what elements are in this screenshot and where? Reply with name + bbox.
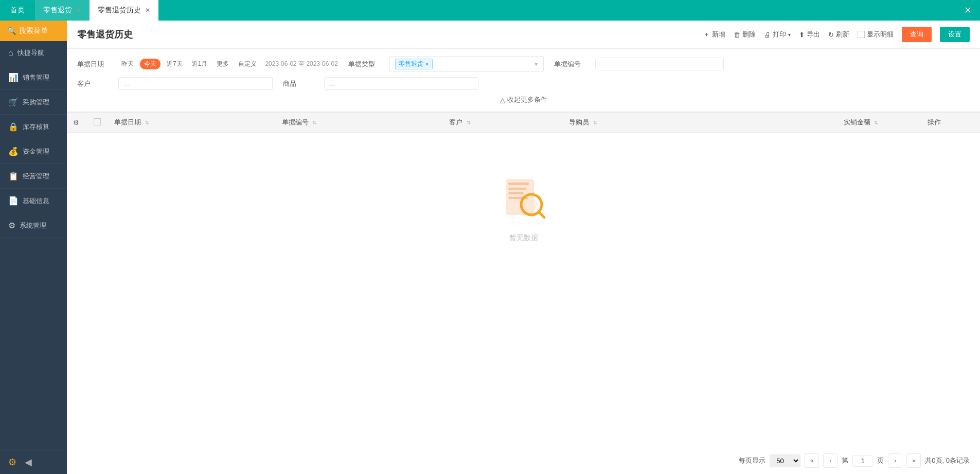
table-header-settings[interactable]: ⚙ xyxy=(67,113,87,133)
sidebar-item-basic-info[interactable]: 📄 基础信息 xyxy=(0,189,67,213)
goods-select[interactable]: ... xyxy=(324,77,478,90)
tab-retail-return-history-close[interactable]: ✕ xyxy=(145,7,150,14)
delete-icon: 🗑 xyxy=(734,31,740,39)
sidebar-item-quick-nav[interactable]: ⌂ 快捷导航 xyxy=(0,41,67,65)
table-body: 暂无数据 xyxy=(67,133,980,284)
table-header: ⚙ 单据日期 ⇅ 单据编号 ⇅ xyxy=(67,113,980,133)
add-button[interactable]: ＋ 新增 xyxy=(703,30,725,39)
date-range-display: 2023-06-02 至 2023-06-02 xyxy=(265,60,337,68)
date-btn-7days[interactable]: 近7天 xyxy=(164,59,186,69)
print-button[interactable]: 🖨 打印 ▾ xyxy=(764,30,791,39)
table-header-amount-label: 实销金额 xyxy=(844,118,870,126)
date-btn-today[interactable]: 今天 xyxy=(140,59,161,69)
table-header-guide[interactable]: 导购员 ⇅ xyxy=(563,113,706,133)
collapse-up-icon: △ xyxy=(500,96,505,104)
system-icon: ⚙ xyxy=(8,221,15,230)
content-area: 零售退货历史 ＋ 新增 🗑 删除 🖨 打印 ▾ ⬆ 导出 xyxy=(67,21,980,474)
home-tab[interactable]: 首页 xyxy=(0,0,35,21)
table-header-bill-no[interactable]: 单据编号 ⇅ xyxy=(276,113,443,133)
sidebar-item-stock-calc[interactable]: 🔒 库存核算 xyxy=(0,115,67,139)
bill-type-tag: 零售退货 × xyxy=(395,59,433,69)
sidebar-item-purchase-mgmt[interactable]: 🛒 采购管理 xyxy=(0,90,67,115)
sidebar-item-quick-nav-label: 快捷导航 xyxy=(17,48,44,58)
total-info: 共0页, 0条记录 xyxy=(925,456,970,465)
first-page-button[interactable]: « xyxy=(805,453,819,468)
customer-filter-label: 客户 xyxy=(77,79,108,88)
settings-button[interactable]: 设置 xyxy=(940,27,970,42)
date-btn-custom[interactable]: 自定义 xyxy=(235,59,260,69)
table-header-customer[interactable]: 客户 ⇅ xyxy=(443,113,563,133)
collapse-label: 收起更多条件 xyxy=(507,95,547,104)
sidebar-item-basic-info-label: 基础信息 xyxy=(23,196,49,206)
filter-area: 单据日期 昨天 今天 近7天 近1月 更多 自定义 2023-06-02 至 2… xyxy=(67,49,980,112)
last-page-button[interactable]: » xyxy=(906,453,921,468)
print-chevron-icon: ▾ xyxy=(788,32,791,38)
display-toggle[interactable]: 显示明细 xyxy=(858,30,894,39)
sales-icon: 📊 xyxy=(8,72,19,82)
delete-button[interactable]: 🗑 删除 xyxy=(734,30,756,39)
svg-rect-2 xyxy=(508,188,526,190)
bill-type-dropdown-icon: ▾ xyxy=(534,60,538,68)
date-btn-more[interactable]: 更多 xyxy=(213,59,232,69)
collapse-sidebar-icon[interactable]: ◀ xyxy=(25,457,32,468)
svg-rect-3 xyxy=(508,192,524,194)
goods-placeholder: ... xyxy=(330,80,335,87)
settings-icon[interactable]: ⚙ xyxy=(8,457,16,468)
sidebar-item-system-mgmt[interactable]: ⚙ 系统管理 xyxy=(0,213,67,238)
customer-sort-icon: ⇅ xyxy=(467,120,471,125)
display-toggle-label: 显示明细 xyxy=(867,30,894,39)
export-icon: ⬆ xyxy=(799,31,805,39)
refresh-icon: ↻ xyxy=(828,31,834,39)
table-header-checkbox[interactable] xyxy=(87,113,108,133)
table-select-all-checkbox[interactable] xyxy=(94,118,101,125)
bill-type-tag-text: 零售退货 xyxy=(399,60,423,68)
table-header-date[interactable]: 单据日期 ⇅ xyxy=(108,113,276,133)
sidebar-bottom: ⚙ ◀ xyxy=(0,450,67,474)
export-button[interactable]: ⬆ 导出 xyxy=(799,30,820,39)
bill-type-label: 单据类型 xyxy=(348,60,379,69)
refresh-button[interactable]: ↻ 刷新 xyxy=(828,30,849,39)
sidebar-item-system-mgmt-label: 系统管理 xyxy=(20,221,46,230)
sidebar-search-label: 搜索菜单 xyxy=(19,26,48,35)
next-page-button[interactable]: › xyxy=(888,453,902,468)
search-icon: 🔍 xyxy=(7,27,16,35)
tab-retail-return-label: 零售退货 xyxy=(43,6,72,15)
table-header-date-label: 单据日期 xyxy=(114,118,141,126)
table-header-amount[interactable]: 实销金额 ⇅ xyxy=(706,113,888,133)
sidebar-item-sales-mgmt[interactable]: 📊 销售管理 xyxy=(0,65,67,90)
collapse-button[interactable]: △ 收起更多条件 xyxy=(500,95,547,104)
print-label: 打印 xyxy=(773,30,786,39)
table-header-action-label: 操作 xyxy=(928,118,941,126)
table-header-customer-label: 客户 xyxy=(449,118,462,126)
sidebar-search[interactable]: 🔍 搜索菜单 xyxy=(0,21,67,41)
bill-type-select[interactable]: 零售退货 × ▾ xyxy=(389,56,544,72)
bill-type-tag-close[interactable]: × xyxy=(425,61,429,68)
header-actions: ＋ 新增 🗑 删除 🖨 打印 ▾ ⬆ 导出 ↻ 刷新 xyxy=(703,27,970,42)
prev-page-button[interactable]: ‹ xyxy=(823,453,838,468)
add-label: 新增 xyxy=(712,30,725,39)
sidebar-item-stock-calc-label: 库存核算 xyxy=(23,122,49,132)
svg-rect-1 xyxy=(508,183,529,185)
svg-line-6 xyxy=(539,212,544,217)
sidebar-item-operations-mgmt[interactable]: 📋 经营管理 xyxy=(0,164,67,189)
bill-type-selected-value: 零售退货 × xyxy=(395,59,433,69)
customer-placeholder: ... xyxy=(124,80,130,87)
date-btn-yesterday[interactable]: 昨天 xyxy=(118,59,137,69)
tab-retail-return[interactable]: 零售退货 ✕ xyxy=(35,0,90,21)
display-checkbox[interactable] xyxy=(858,31,865,38)
bill-number-input[interactable] xyxy=(595,58,724,70)
svg-point-7 xyxy=(525,198,538,211)
tab-retail-return-history[interactable]: 零售退货历史 ✕ xyxy=(90,0,158,21)
tab-retail-return-close[interactable]: ✕ xyxy=(76,7,81,14)
empty-text: 暂无数据 xyxy=(509,233,538,243)
column-settings-icon[interactable]: ⚙ xyxy=(73,119,79,126)
sidebar-item-capital-mgmt[interactable]: 💰 资金管理 xyxy=(0,139,67,164)
sidebar-item-capital-mgmt-label: 资金管理 xyxy=(23,147,49,156)
page-number-input[interactable] xyxy=(852,455,873,467)
date-btn-1month[interactable]: 近1月 xyxy=(189,59,211,69)
customer-select[interactable]: ... xyxy=(118,77,273,90)
query-button[interactable]: 查询 xyxy=(902,27,932,42)
page-size-select[interactable]: 10 20 50 100 xyxy=(770,454,800,467)
page-size-label: 每页显示 xyxy=(739,456,765,465)
window-close-button[interactable]: ✕ xyxy=(956,5,980,16)
